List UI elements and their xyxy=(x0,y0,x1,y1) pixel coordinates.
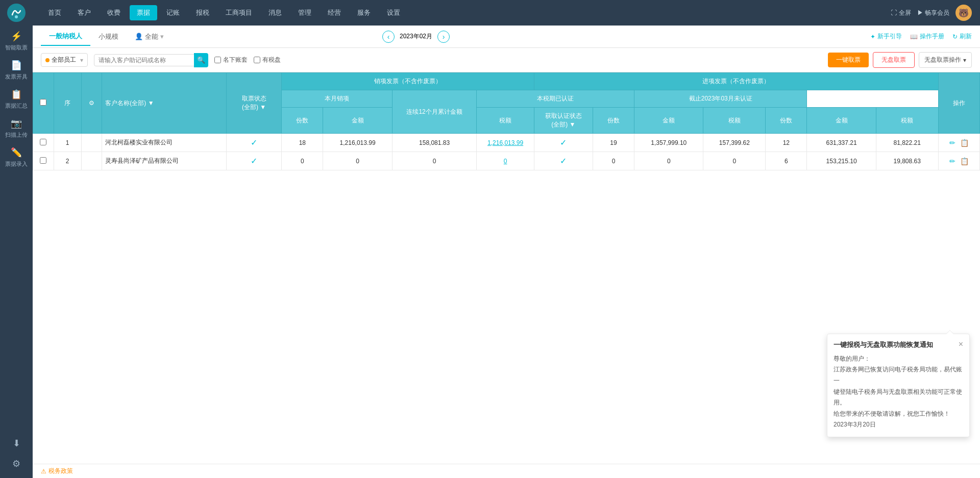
row-s-count-0: 18 xyxy=(282,134,323,152)
row-s-tax-0: 158,081.83 xyxy=(392,134,477,152)
topnav-home[interactable]: 首页 xyxy=(41,5,68,20)
invoice-open-icon: 📄 xyxy=(11,60,22,71)
topnav-tax[interactable]: 报税 xyxy=(189,5,216,20)
topnav-billing[interactable]: 收费 xyxy=(100,5,128,20)
th-fetch-status[interactable]: 取票状态(全部) ▼ xyxy=(226,73,281,134)
row-p-amount-1: 0 xyxy=(634,152,703,170)
more-dropdown-icon: ▾ xyxy=(963,57,966,64)
sidebar-item-invoice-summary[interactable]: 📋 票据汇总 xyxy=(0,84,33,113)
warning-icon: ⚠ xyxy=(41,468,46,475)
table-row: 1 河北柯磊楼实业有限公司 ✓ 18 1,216,013.99 158,081.… xyxy=(33,134,980,152)
th-purchase-group: 进项发票（不含作废票） xyxy=(534,73,938,90)
notification-body: 尊敬的用户：江苏政务网已恢复访问电子税务局功能，易代账一键登陆电子税务局与无盘取… xyxy=(834,354,963,431)
topnav-client[interactable]: 客户 xyxy=(70,5,98,20)
sidebar-item-invoice-open[interactable]: 📄 发票开具 xyxy=(0,55,33,84)
user-avatar[interactable]: 🐻 xyxy=(955,5,972,21)
sub-checkbox[interactable] xyxy=(214,57,221,63)
row-client-name-0: 河北柯磊楼实业有限公司 xyxy=(102,134,227,152)
scan-upload-icon: 📷 xyxy=(11,118,22,129)
table-row: 2 灵寿县尚泽矿产品有限公司 ✓ 0 0 0 0 ✓ 0 0 0 6 153,2… xyxy=(33,152,980,170)
notification-popup: 一键报税与无盘取票功能恢复通知 × 尊敬的用户：江苏政务网已恢复访问电子税务局功… xyxy=(827,334,970,437)
th-fetch-cert-status[interactable]: 获取认证状态(全部) ▼ xyxy=(534,108,593,134)
row-action-0: ✏ 📋 xyxy=(938,134,979,152)
topnav-bookkeeping[interactable]: 记账 xyxy=(159,5,187,20)
th-p-amount: 金额 xyxy=(634,108,703,134)
sub-checkbox-label[interactable]: 名下账套 xyxy=(214,56,248,64)
notification-title: 一键报税与无盘取票功能恢复通知 xyxy=(834,340,933,349)
detail-icon-1[interactable]: 📋 xyxy=(960,157,969,165)
sidebar-item-smart-fetch[interactable]: ⚡ 智能取票 xyxy=(0,26,33,55)
topnav-right: ⛶ 全屏 ▶ 畅享会员 🐻 xyxy=(891,5,972,21)
tab-all[interactable]: 👤 全能 ▾ xyxy=(127,28,172,45)
tax-disk-checkbox[interactable] xyxy=(254,57,260,63)
sidebar-bottom: ⬇ ⚙ xyxy=(0,434,33,478)
sidebar-item-invoice-entry[interactable]: ✏️ 票据录入 xyxy=(0,142,33,171)
row-nc-count-0: 12 xyxy=(766,134,807,152)
th-p-count: 份数 xyxy=(593,108,634,134)
sidebar-logo xyxy=(0,0,33,26)
table-gear-icon[interactable]: ⚙ xyxy=(89,99,94,107)
fullscreen-btn[interactable]: ⛶ 全屏 xyxy=(891,9,911,17)
th-checkbox xyxy=(33,73,54,134)
topnav-settings[interactable]: 设置 xyxy=(380,5,407,20)
row-fetch-status-0: ✓ xyxy=(226,134,281,152)
topnav-industry[interactable]: 工商项目 xyxy=(218,5,259,20)
sidebar-settings-btn[interactable]: ⚙ xyxy=(0,455,33,473)
tabs-left: 一般纳税人 小规模 👤 全能 ▾ xyxy=(41,28,172,46)
svg-point-1 xyxy=(15,15,18,18)
topnav-management[interactable]: 管理 xyxy=(291,5,318,20)
tax-disk-checkbox-label[interactable]: 有税盘 xyxy=(254,56,281,64)
prev-month-btn[interactable]: ‹ xyxy=(382,31,395,43)
current-month-label: 2023年02月 xyxy=(400,32,432,41)
row-checkbox-1[interactable] xyxy=(40,157,46,164)
search-input[interactable] xyxy=(94,54,196,66)
notification-close-btn[interactable]: × xyxy=(959,340,963,348)
one-click-btn[interactable]: 一键取票 xyxy=(828,53,869,67)
more-btn[interactable]: 无盘取票操作 ▾ xyxy=(919,52,972,68)
edit-icon-0[interactable]: ✏ xyxy=(949,139,955,147)
row-fetch-cert-status-1: ✓ xyxy=(534,152,593,170)
th-sales-group: 销项发票（不含作废票） xyxy=(282,73,534,90)
sidebar-item-scan-upload[interactable]: 📷 扫描上传 xyxy=(0,113,33,142)
row-cumulative-1: 0 xyxy=(477,152,534,170)
th-client-name[interactable]: 客户名称(全部) ▼ xyxy=(102,73,227,134)
employee-select[interactable]: 全部员工 ▾ xyxy=(41,53,88,67)
topnav-invoice[interactable]: 票据 xyxy=(130,5,157,20)
all-tab-icon: 👤 xyxy=(135,33,143,40)
row-p-amount-0: 1,357,999.10 xyxy=(634,134,703,152)
topnav-message[interactable]: 消息 xyxy=(261,5,289,20)
th-period-certified: 本税期已认证 xyxy=(477,90,634,108)
th-no: 序 xyxy=(54,73,81,134)
sidebar: ⚡ 智能取票 📄 发票开具 📋 票据汇总 📷 扫描上传 ✏️ 票据录入 ⬇ ⚙ xyxy=(0,0,33,478)
row-client-name-1: 灵寿县尚泽矿产品有限公司 xyxy=(102,152,227,170)
search-btn[interactable]: 🔍 xyxy=(194,53,208,67)
row-p-tax-0: 157,399.62 xyxy=(703,134,766,152)
invoice-entry-icon: ✏️ xyxy=(11,147,22,158)
tab-all-dropdown-icon: ▾ xyxy=(160,33,164,40)
no-disk-btn[interactable]: 无盘取票 xyxy=(873,52,915,68)
row-checkbox-0[interactable] xyxy=(40,139,46,145)
topnav-service[interactable]: 服务 xyxy=(350,5,378,20)
edit-icon-1[interactable]: ✏ xyxy=(949,157,955,165)
select-all-checkbox[interactable] xyxy=(40,99,46,106)
row-no-1: 2 xyxy=(54,152,81,170)
member-btn[interactable]: ▶ 畅享会员 xyxy=(917,9,949,17)
refresh-link[interactable]: ↻ 刷新 xyxy=(952,32,972,41)
filter-bar: 全部员工 ▾ 🔍 名下账套 有税盘 一键取票 无盘取票 无盘取票操作 xyxy=(33,48,980,72)
manual-link[interactable]: 📖 操作手册 xyxy=(910,32,944,41)
smart-fetch-icon: ⚡ xyxy=(11,31,22,42)
row-no-0: 1 xyxy=(54,134,81,152)
tax-policy-link[interactable]: ⚠ 税务政策 xyxy=(41,467,73,475)
next-month-btn[interactable]: › xyxy=(437,31,450,43)
new-guide-link[interactable]: ✦ 新手引导 xyxy=(870,32,902,41)
th-s-amount: 金额 xyxy=(323,108,392,134)
sidebar-download-btn[interactable]: ⬇ xyxy=(0,434,33,452)
th-gear: ⚙ xyxy=(81,73,102,134)
tab-small[interactable]: 小规模 xyxy=(90,28,127,45)
topnav-operation[interactable]: 经营 xyxy=(321,5,348,20)
th-p-tax: 税额 xyxy=(703,108,766,134)
detail-icon-0[interactable]: 📋 xyxy=(960,139,969,147)
month-nav: ‹ 2023年02月 › xyxy=(382,31,450,43)
tab-general[interactable]: 一般纳税人 xyxy=(41,28,90,46)
notification-header: 一键报税与无盘取票功能恢复通知 × xyxy=(834,340,963,349)
